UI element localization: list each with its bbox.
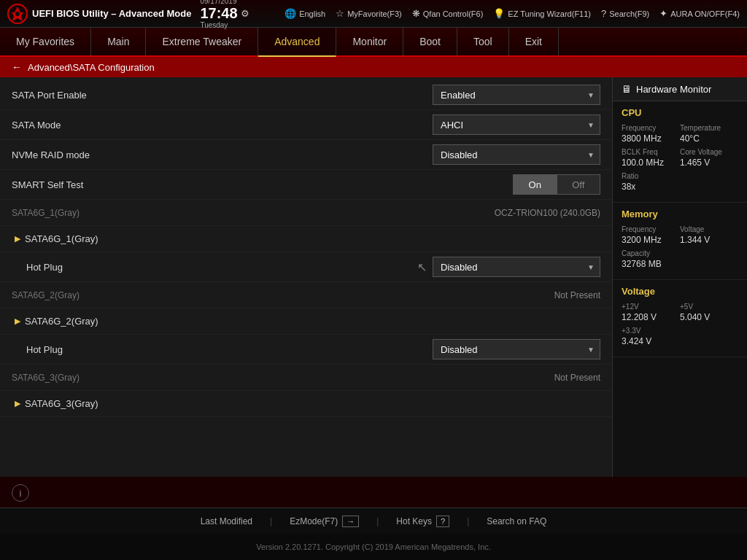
sata-port-enable-dropdown-wrapper: Enabled Disabled — [433, 85, 600, 105]
hot-plug-1-row: Hot Plug ↖ Disabled Enabled — [0, 252, 612, 282]
sata-port-enable-dropdown[interactable]: Enabled Disabled — [433, 85, 600, 105]
nvme-raid-dropdown[interactable]: Disabled Enabled — [433, 144, 600, 165]
nav-advanced[interactable]: Advanced — [258, 28, 336, 57]
sata6g-3-expand-row[interactable]: ▶ SATA6G_3(Gray) — [0, 391, 612, 417]
logo-area: UEFI BIOS Utility – Advanced Mode — [7, 4, 191, 24]
sata-mode-row: SATA Mode AHCI RAID — [0, 110, 612, 140]
sata6g-1-expand-row[interactable]: ▶ SATA6G_1(Gray) — [0, 226, 612, 252]
mem-capacity-row: Capacity 32768 MB — [622, 249, 738, 269]
sata-port-enable-row: SATA Port Enable Enabled Disabled — [0, 80, 612, 110]
hot-plug-1-dropdown-wrapper: Disabled Enabled — [433, 257, 600, 277]
wizard-icon: 💡 — [493, 8, 505, 19]
mem-capacity-col: Capacity 32768 MB — [622, 249, 738, 269]
cpu-bclk-voltage-row: BCLK Freq 100.0 MHz Core Voltage 1.465 V — [622, 148, 738, 168]
navigation-bar: My Favorites Main Extreme Tweaker Advanc… — [0, 28, 747, 57]
volt-33-label: +3.3V — [622, 327, 738, 335]
cpu-ratio-row: Ratio 38x — [622, 172, 738, 192]
sata-mode-control: AHCI RAID — [433, 114, 600, 135]
main-layout: SATA Port Enable Enabled Disabled SATA M… — [0, 77, 747, 477]
toggle-off-button[interactable]: Off — [557, 175, 600, 194]
mem-freq-value: 3200 MHz — [622, 235, 680, 245]
aura-tool[interactable]: ✦ AURA ON/OFF(F4) — [659, 8, 740, 19]
toggle-on-button[interactable]: On — [514, 175, 557, 194]
qfan-label: Qfan Control(F6) — [423, 9, 484, 18]
search-tool[interactable]: ? Search(F9) — [601, 8, 649, 19]
nav-boot[interactable]: Boot — [403, 28, 457, 55]
language-tool[interactable]: 🌐 English — [285, 8, 325, 19]
eztuning-tool[interactable]: 💡 EZ Tuning Wizard(F11) — [493, 8, 591, 19]
cpu-section-title: CPU — [622, 107, 738, 118]
version-bar: Version 2.20.1271. Copyright (C) 2019 Am… — [0, 534, 747, 560]
sata-port-enable-control: Enabled Disabled — [433, 85, 600, 105]
cpu-freq-label: Frequency — [622, 124, 680, 132]
hot-keys-item[interactable]: Hot Keys ? — [396, 516, 449, 527]
mem-freq-volt-row: Frequency 3200 MHz Voltage 1.344 V — [622, 225, 738, 245]
fan-icon: ❋ — [412, 8, 420, 19]
sata-mode-dropdown[interactable]: AHCI RAID — [433, 114, 600, 135]
hot-plug-1-label: Hot Plug — [26, 262, 417, 273]
sata-mode-dropdown-wrapper: AHCI RAID — [433, 114, 600, 135]
nav-tool[interactable]: Tool — [457, 28, 509, 55]
cpu-temp-col: Temperature 40°C — [680, 124, 738, 144]
favorites-icon: ☆ — [336, 8, 344, 19]
hot-keys-label: Hot Keys — [396, 516, 432, 526]
voltage-section: Voltage +12V 12.208 V +5V 5.040 V +3.3V … — [613, 280, 747, 357]
sata6g-3-expand-label: ▶ SATA6G_3(Gray) — [12, 398, 600, 409]
volt-12-value: 12.208 V — [622, 312, 680, 322]
hot-plug-2-dropdown[interactable]: Disabled Enabled — [433, 339, 600, 359]
footer-bar: Last Modified | EzMode(F7) → | Hot Keys … — [0, 508, 747, 534]
cpu-freq-value: 3800 MHz — [622, 133, 680, 144]
cursor-arrow-icon: ↖ — [417, 260, 427, 274]
sata6g-1-port-label: SATA6G_1(Gray) — [12, 208, 495, 218]
nvme-raid-control: Disabled Enabled — [433, 144, 600, 165]
smart-toggle: On Off — [513, 174, 600, 195]
aura-label: AURA ON/OFF(F4) — [670, 9, 740, 18]
search-faq-item[interactable]: Search on FAQ — [487, 516, 546, 526]
breadcrumb-text: Advanced\SATA Configuration — [28, 62, 155, 73]
volt-33-col: +3.3V 3.424 V — [622, 327, 738, 346]
footer-divider-2: | — [376, 516, 379, 526]
monitor-icon: 🖥 — [622, 83, 632, 95]
version-text: Version 2.20.1271. Copyright (C) 2019 Am… — [256, 542, 491, 551]
hot-plug-1-control: ↖ Disabled Enabled — [417, 257, 600, 277]
hot-plug-1-dropdown[interactable]: Disabled Enabled — [433, 257, 600, 277]
cpu-temp-label: Temperature — [680, 124, 738, 132]
ezmode-item[interactable]: EzMode(F7) → — [290, 516, 359, 527]
nav-monitor[interactable]: Monitor — [336, 28, 403, 55]
cpu-corevolt-col: Core Voltage 1.465 V — [680, 148, 738, 168]
info-button[interactable]: i — [12, 484, 29, 502]
volt-5-col: +5V 5.040 V — [680, 303, 738, 322]
myfavorite-tool[interactable]: ☆ MyFavorite(F3) — [336, 8, 402, 19]
nav-my-favorites[interactable]: My Favorites — [0, 28, 91, 55]
footer-divider-3: | — [467, 516, 469, 526]
qfan-tool[interactable]: ❋ Qfan Control(F6) — [412, 8, 484, 19]
breadcrumb: ← Advanced\SATA Configuration — [0, 57, 747, 77]
volt-33-row: +3.3V 3.424 V — [622, 327, 738, 346]
ezmode-label: EzMode(F7) — [290, 516, 338, 526]
sata6g-1-expand-label: ▶ SATA6G_1(Gray) — [12, 233, 600, 244]
cpu-ratio-value: 38x — [622, 182, 738, 192]
sata6g-2-device-value: Not Present — [554, 290, 600, 300]
nav-exit[interactable]: Exit — [509, 28, 559, 55]
nav-extreme-tweaker[interactable]: Extreme Tweaker — [146, 28, 258, 55]
sata6g-2-expand-label: ▶ SATA6G_2(Gray) — [12, 316, 600, 327]
cpu-bclk-label: BCLK Freq — [622, 148, 680, 156]
breadcrumb-back-arrow[interactable]: ← — [12, 61, 22, 73]
mem-volt-label: Voltage — [680, 225, 738, 233]
cpu-section: CPU Frequency 3800 MHz Temperature 40°C … — [613, 101, 747, 203]
settings-icon[interactable]: ⚙ — [241, 8, 249, 19]
sata6g-2-expand-row[interactable]: ▶ SATA6G_2(Gray) — [0, 308, 612, 335]
voltage-section-title: Voltage — [622, 286, 738, 297]
sata6g-1-label-row: SATA6G_1(Gray) OCZ-TRION100 (240.0GB) — [0, 200, 612, 226]
last-modified-item[interactable]: Last Modified — [201, 516, 252, 526]
cpu-freq-col: Frequency 3800 MHz — [622, 124, 680, 144]
smart-self-test-label: SMART Self Test — [12, 179, 513, 190]
nvme-raid-label: NVMe RAID mode — [12, 149, 433, 160]
hot-plug-2-control: Disabled Enabled — [433, 339, 600, 359]
header-tools: 🌐 English ☆ MyFavorite(F3) ❋ Qfan Contro… — [277, 8, 740, 19]
mem-capacity-label: Capacity — [622, 249, 738, 257]
sata-port-enable-label: SATA Port Enable — [12, 90, 433, 101]
time-display: 17:48 — [200, 5, 237, 21]
cpu-ratio-col: Ratio 38x — [622, 172, 738, 192]
nav-main[interactable]: Main — [91, 28, 146, 55]
